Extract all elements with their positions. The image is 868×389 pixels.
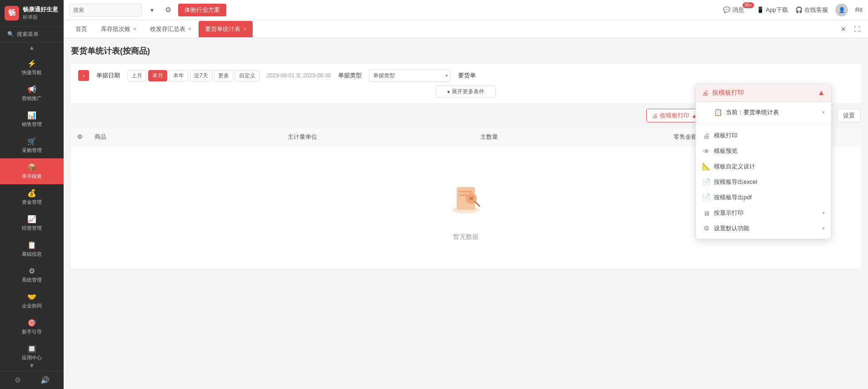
date-btn-last-month[interactable]: 上月 <box>127 70 146 81</box>
tab-home[interactable]: 首页 <box>69 21 94 37</box>
display-print-icon: 🖥 <box>702 209 710 217</box>
filter-toggle-btn[interactable]: › <box>78 70 89 81</box>
empty-text: 暂无数据 <box>453 233 479 241</box>
settings-footer-icon[interactable]: ⚙ <box>15 376 21 384</box>
app-subtitle: 标准版 <box>23 14 58 20</box>
sidebar-search[interactable]: 🔍 搜索菜单 <box>0 27 64 42</box>
sidebar-item-finance[interactable]: 💰 资金管理 <box>0 184 64 210</box>
topbar-dropdown-btn[interactable]: ▾ <box>145 4 158 16</box>
tab-receipt-summary[interactable]: 收发存汇总表× <box>144 21 198 37</box>
sidebar-item-inventory[interactable]: 📦 库存核算 <box>0 158 64 184</box>
topbar-search-input[interactable] <box>69 4 142 16</box>
template-design-label: 模板自定义设计 <box>714 162 755 171</box>
dropdown-item-display-print[interactable]: 🖥 按显示打印 ▾ <box>696 205 831 221</box>
logo-text: 畅康通好生意 标准版 <box>23 5 58 21</box>
tab-maximize-btn[interactable]: ⛶ <box>852 24 863 35</box>
date-btn-this-year[interactable]: 本年 <box>169 70 188 81</box>
date-buttons-group: 上月本月本年近7天更多自定义 <box>127 70 259 81</box>
table-col-product: 商品 <box>89 133 282 141</box>
system-icon: ⚙ <box>29 267 35 275</box>
print-icon: 🖨 <box>652 112 658 119</box>
expand-more-btn[interactable]: ▾ 展开更多条件 <box>436 86 496 98</box>
app-download-label: App下载 <box>766 6 788 14</box>
user-avatar[interactable]: 👤 <box>835 4 848 16</box>
print-dropdown-icon: 🖨 <box>702 89 708 96</box>
date-btn-this-month[interactable]: 本月 <box>148 70 167 81</box>
settings-btn[interactable]: 设置 <box>837 109 861 122</box>
sidebar-scroll-down[interactable]: ▼ <box>0 360 64 371</box>
tab-close-window-btn[interactable]: ✕ <box>838 24 849 35</box>
filter-row-main: › 单据日期 上月本月本年近7天更多自定义 2023-06-01 至 2023-… <box>78 69 853 82</box>
sidebar: 畅 畅康通好生意 标准版 🔍 搜索菜单 ▲ ⚡ 快捷导航 📢 营销推广 📊 销售… <box>0 0 64 389</box>
tab-inventory-batch[interactable]: 库存批次账× <box>95 21 143 37</box>
template-export-excel-label: 按模板导出excel <box>714 178 757 186</box>
enterprise-label: 企业协同 <box>22 303 42 309</box>
main-area: ▾ ⚙ 体验行业方案 💬 消息 99+ 📱 App下载 🎧 在线客服 👤 Rit <box>64 0 868 389</box>
dropdown-item-set-default[interactable]: ⚙ 设置默认功能 ▾ <box>696 221 831 236</box>
sidebar-item-newbie[interactable]: 🎯 新手引导 <box>0 314 64 340</box>
sidebar-nav: ⚡ 快捷导航 📢 营销推广 📊 销售管理 🛒 采购管理 📦 库存核算 💰 资金管… <box>0 53 64 360</box>
sidebar-item-marketing[interactable]: 📢 营销推广 <box>0 81 64 106</box>
sidebar-item-purchase[interactable]: 🛒 采购管理 <box>0 132 64 158</box>
quick-nav-label: 快捷导航 <box>22 69 42 76</box>
sidebar-item-app-center[interactable]: 🔲 应用中心 <box>0 340 64 360</box>
finance-icon: 💰 <box>27 189 36 197</box>
date-range-display: 2023-06-01 至 2023-06-30 <box>267 72 331 80</box>
purchase-icon: 🛒 <box>27 137 36 146</box>
sidebar-item-sales[interactable]: 📊 销售管理 <box>0 106 64 132</box>
tabs-bar: 首页库存批次账×收发存汇总表×要货单统计表× ✕ ⛶ <box>64 20 868 38</box>
purchase-label: 采购管理 <box>22 147 42 154</box>
type-filter-label: 单据类型 <box>338 71 362 80</box>
quick-nav-icon: ⚡ <box>27 59 36 68</box>
trial-btn[interactable]: 体验行业方案 <box>178 4 226 16</box>
goods-filter-label: 要货单 <box>458 71 476 80</box>
table-col-settings[interactable]: ⚙ <box>71 133 89 140</box>
sidebar-item-quick-nav[interactable]: ⚡ 快捷导航 <box>0 55 64 81</box>
date-filter-label: 单据日期 <box>96 71 120 80</box>
dropdown-item-template-preview[interactable]: 👁 模板预览 <box>696 143 831 159</box>
template-export-pdf-label: 按模板导出pdf <box>714 193 752 202</box>
dropdown-current-item[interactable]: 📋 当前：要货单统计表 ▾ <box>696 105 831 120</box>
online-service-btn[interactable]: 🎧 在线客服 <box>795 6 828 14</box>
date-btn-custom[interactable]: 自定义 <box>235 70 259 81</box>
message-label: 消息 <box>732 6 744 14</box>
tab-label-receipt-summary: 收发存汇总表 <box>150 25 185 33</box>
svg-rect-2 <box>459 191 473 192</box>
dropdown-current-left: 📋 当前：要货单统计表 <box>714 108 779 116</box>
app-download-icon: 📱 <box>757 6 764 13</box>
dropdown-item-template-export-pdf[interactable]: 📄 按模板导出pdf <box>696 190 831 205</box>
sound-footer-icon[interactable]: 🔊 <box>40 376 50 384</box>
expand-icon: ▾ <box>447 89 450 95</box>
username-label[interactable]: Rit <box>855 6 863 13</box>
sidebar-scroll-up[interactable]: ▲ <box>0 42 64 53</box>
date-btn-more[interactable]: 更多 <box>214 70 233 81</box>
tab-label-order-stats: 要货单统计表 <box>205 25 240 33</box>
print-btn[interactable]: 🖨 按模板打印 ▲ <box>646 109 703 122</box>
sidebar-item-operations[interactable]: 📈 经营管理 <box>0 210 64 236</box>
sidebar-item-system[interactable]: ⚙ 系统管理 <box>0 262 64 288</box>
inventory-icon: 📦 <box>27 163 36 172</box>
sidebar-item-enterprise[interactable]: 🤝 企业协同 <box>0 288 64 314</box>
tab-close-order-stats[interactable]: × <box>243 26 246 32</box>
type-select[interactable]: 单据类型 <box>369 69 451 82</box>
dropdown-item-template-export-excel[interactable]: 📄 按模板导出excel <box>696 174 831 190</box>
tab-close-inventory-batch[interactable]: × <box>133 26 136 32</box>
basic-icon: 📋 <box>27 241 36 249</box>
app-download-btn[interactable]: 📱 App下载 <box>757 6 788 14</box>
marketing-label: 营销推广 <box>22 95 42 102</box>
dropdown-close-btn[interactable]: ▲ <box>818 89 825 97</box>
tab-order-stats[interactable]: 要货单统计表× <box>199 21 253 37</box>
set-default-label: 设置默认功能 <box>714 224 749 232</box>
finance-label: 资金管理 <box>22 199 42 206</box>
date-btn-last-7-days[interactable]: 近7天 <box>190 70 212 81</box>
topbar-gear-btn[interactable]: ⚙ <box>162 4 175 16</box>
dropdown-item-template-print[interactable]: 🖨 模板打印 <box>696 128 831 143</box>
operations-icon: 📈 <box>27 215 36 223</box>
message-btn[interactable]: 💬 消息 99+ <box>723 6 749 14</box>
current-report-icon: 📋 <box>714 108 722 116</box>
dropdown-current-label: 当前：要货单统计表 <box>726 108 779 116</box>
dropdown-item-template-design[interactable]: 📐 模板自定义设计 <box>696 159 831 174</box>
sidebar-item-basic[interactable]: 📋 基础信息 <box>0 236 64 262</box>
expand-label: 展开更多条件 <box>452 88 484 96</box>
tab-close-receipt-summary[interactable]: × <box>188 26 191 32</box>
